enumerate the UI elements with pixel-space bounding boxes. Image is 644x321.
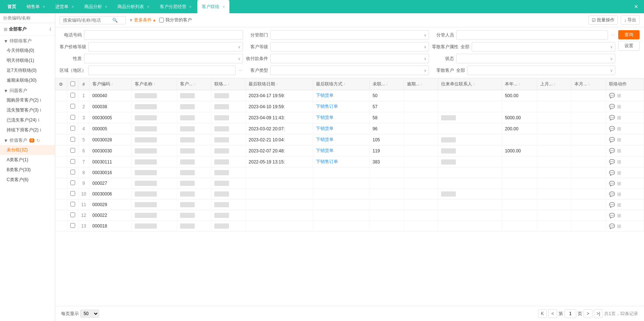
row-chat-icon[interactable]: 💬: [609, 148, 615, 154]
tab-customer-contact-close[interactable]: ×: [222, 4, 225, 9]
row-grid-icon[interactable]: ⊞: [617, 202, 621, 208]
value-refresh-icon[interactable]: ↻: [36, 138, 40, 143]
sidebar-section-value[interactable]: ▼ 价值客户 R ↻: [0, 135, 55, 145]
row-checkbox[interactable]: [70, 126, 75, 131]
row-chat-icon[interactable]: 💬: [609, 181, 615, 186]
row-checkbox-cell[interactable]: [67, 123, 78, 134]
sidebar-section-problem[interactable]: ▼ 问题客户: [0, 85, 55, 95]
last-contact-date-col-header[interactable]: 最后联络日期: [246, 78, 313, 90]
tab-customer-tier-close[interactable]: ×: [189, 4, 191, 9]
region-dots-button[interactable]: ···: [238, 68, 243, 73]
row-checkbox[interactable]: [70, 115, 75, 120]
manager-dots-button[interactable]: ···: [610, 32, 615, 38]
row-grid-icon[interactable]: ⊞: [617, 148, 621, 154]
row-grid-icon[interactable]: ⊞: [617, 115, 621, 120]
row-checkbox-cell[interactable]: [67, 134, 78, 145]
last-contact-way-col-header[interactable]: 最后联络方式: [313, 78, 370, 90]
cust-type-select[interactable]: ∨: [270, 66, 429, 75]
contact-way-link[interactable]: 下销货单: [316, 115, 334, 120]
unit-contact-col-header[interactable]: 往来单位联系人: [438, 78, 502, 90]
name-col-header[interactable]: 客户名称: [132, 78, 177, 90]
more-conditions-button[interactable]: ▼ 更多条件 ▲: [129, 17, 156, 23]
row-grid-icon[interactable]: ⊞: [617, 93, 621, 98]
tab-sales-close[interactable]: ×: [43, 4, 45, 9]
row-chat-icon[interactable]: 💬: [609, 213, 615, 218]
row-chat-icon[interactable]: 💬: [609, 170, 615, 176]
row-chat-icon[interactable]: 💬: [609, 93, 615, 98]
settings-col-header[interactable]: ⚙: [55, 78, 67, 90]
row-checkbox-cell[interactable]: [67, 221, 78, 232]
tab-analysis-list-close[interactable]: ×: [147, 4, 149, 9]
contact-way-link[interactable]: 下销货单: [316, 148, 334, 153]
row-grid-icon[interactable]: ⊞: [617, 137, 621, 142]
row-checkbox[interactable]: [70, 93, 75, 98]
contact-way-link[interactable]: 下销货单: [316, 137, 334, 142]
settings-icon[interactable]: ⚙: [59, 82, 63, 87]
first-page-button[interactable]: K: [538, 309, 547, 318]
this-month-col-header[interactable]: 本月...: [571, 78, 606, 90]
row-checkbox[interactable]: [70, 170, 75, 174]
sidebar-item-hoard-abnormal[interactable]: 囤购异常客户(2) ℹ: [0, 95, 55, 105]
row-checkbox[interactable]: [70, 223, 75, 228]
row-checkbox-cell[interactable]: [67, 145, 78, 156]
contact-way-link[interactable]: 下销货单: [316, 93, 334, 98]
this-year-col-header[interactable]: 本年...: [502, 78, 537, 90]
row-checkbox-cell[interactable]: [67, 167, 78, 178]
sidebar-item-c-class[interactable]: C类客户(6): [0, 175, 55, 185]
row-grid-icon[interactable]: ⊞: [617, 104, 621, 109]
page-number-input[interactable]: [564, 309, 576, 318]
no-contact-col-header[interactable]: 未联...: [369, 78, 404, 90]
tab-analysis-close[interactable]: ×: [105, 4, 107, 9]
tab-purchase-close[interactable]: ×: [71, 4, 74, 9]
row-checkbox[interactable]: [70, 202, 75, 207]
cust-level-select[interactable]: ∨: [270, 42, 429, 52]
sidebar-collapse-icon[interactable]: 《: [47, 27, 51, 32]
row-grid-icon[interactable]: ⊞: [617, 126, 621, 131]
contact-way-link[interactable]: 下销售订单: [316, 104, 338, 109]
sidebar-item-overdue[interactable]: 逾期未联络(30): [0, 75, 55, 85]
last-page-button[interactable]: >|: [594, 309, 603, 318]
tab-analysis-list[interactable]: 商品分析列表 ×: [113, 0, 154, 13]
row-chat-icon[interactable]: 💬: [609, 159, 615, 165]
row-checkbox[interactable]: [70, 212, 75, 217]
checkbox-col-header[interactable]: [67, 78, 78, 90]
sidebar-search-input[interactable]: [3, 15, 55, 21]
retail-cust-select[interactable]: ∨: [467, 66, 615, 75]
sidebar-all-customers[interactable]: ⊞ 全部客户 《: [0, 23, 55, 36]
row-checkbox[interactable]: [70, 137, 75, 142]
contact-way-link[interactable]: 下销售订单: [316, 159, 338, 164]
sidebar-item-churn-warning[interactable]: 流失预警客户(3) ℹ: [0, 105, 55, 115]
sidebar-section-pending[interactable]: ▼ 待联络客户: [0, 36, 55, 46]
sidebar-item-a-class[interactable]: A类客户(1): [0, 155, 55, 165]
row-checkbox[interactable]: [70, 148, 75, 153]
per-page-select[interactable]: 50 20 100: [80, 310, 99, 318]
status-select[interactable]: ∨: [456, 54, 615, 63]
row-chat-icon[interactable]: 💬: [609, 104, 615, 109]
row-grid-icon[interactable]: ⊞: [617, 170, 621, 176]
close-all-tabs-button[interactable]: ×: [631, 3, 641, 11]
reset-button[interactable]: 设置: [618, 41, 640, 51]
next-page-button[interactable]: >: [584, 309, 592, 318]
last-month-col-header[interactable]: 上月...: [537, 78, 571, 90]
row-grid-icon[interactable]: ⊞: [617, 159, 621, 165]
sidebar-item-declining[interactable]: 持续下滑客户(2) ℹ: [0, 125, 55, 135]
tab-sales[interactable]: 销售单 ×: [22, 0, 49, 13]
row-checkbox-cell[interactable]: [67, 178, 78, 189]
sidebar-item-ungroup[interactable]: 未分组(32): [0, 145, 55, 155]
phone-input[interactable]: [84, 30, 243, 40]
row-chat-icon[interactable]: 💬: [609, 202, 615, 208]
row-chat-icon[interactable]: 💬: [609, 223, 615, 229]
sidebar-item-b-class[interactable]: B类客户(33): [0, 165, 55, 175]
row-chat-icon[interactable]: 💬: [609, 191, 615, 197]
region-select[interactable]: [88, 66, 236, 75]
search-button[interactable]: 查询: [618, 30, 640, 39]
row-checkbox-cell[interactable]: [67, 200, 78, 210]
overdue-col-header[interactable]: 逾期...: [404, 78, 438, 90]
row-checkbox[interactable]: [70, 159, 75, 164]
code-col-header[interactable]: 客户编码: [89, 78, 132, 90]
row-checkbox-cell[interactable]: [67, 90, 78, 101]
row-checkbox-cell[interactable]: [67, 210, 78, 221]
row-grid-icon[interactable]: ⊞: [617, 181, 621, 186]
contact-way-link[interactable]: 下销货单: [316, 126, 334, 131]
retail-attr-select[interactable]: ∨: [472, 42, 615, 52]
